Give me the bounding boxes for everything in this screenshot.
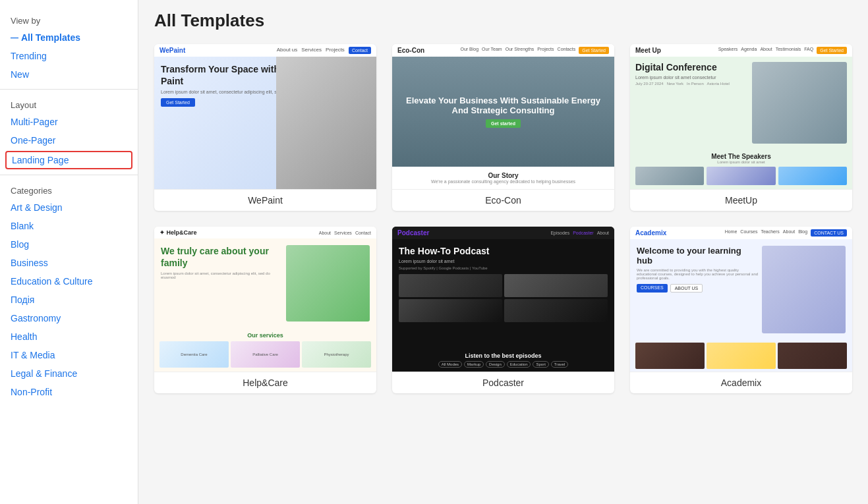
meet-info: July 20-27 2024 New York In Person Astor… — [635, 82, 748, 86]
pod-episodes: Listen to the best episodes All Modes Ma… — [392, 349, 614, 372]
sidebar-item-business[interactable]: Business — [0, 254, 138, 272]
academix-preview: Academix Home Courses Teachers About Blo… — [630, 227, 852, 372]
pod-nav: Episodes Podcaster About — [550, 231, 609, 235]
ac-image — [762, 246, 846, 333]
wepaint-cta: Get Started — [161, 98, 195, 107]
meetup-preview: Meet Up Speakers Agenda About Testimonia… — [630, 44, 852, 189]
pod-body: The How-To Podcast Lorem ipsum dolor sit… — [392, 239, 614, 349]
template-card-eco-con[interactable]: Eco-Con Our Blog Our Team Our Strengths … — [392, 44, 614, 211]
eco-logo: Eco-Con — [397, 47, 424, 54]
sidebar-item-label: Trending — [11, 51, 47, 61]
hc-services: Our services Dementia Care Palliative Ca… — [154, 328, 376, 372]
meet-speakers-title: Meet The Speakers — [635, 153, 847, 160]
academix-label: Academix — [630, 372, 852, 393]
sidebar-item-label: Blank — [11, 221, 34, 231]
sidebar-item-education-culture[interactable]: Education & Culture — [0, 272, 138, 291]
sidebar-item-gastronomy[interactable]: Gastronomy — [0, 309, 138, 327]
hc-headline: We truly care about your family — [161, 245, 281, 269]
ac-face-1 — [635, 343, 705, 369]
wepaint-logo: WePaint — [159, 47, 185, 54]
ac-contact-btn: CONTACT US — [811, 229, 847, 237]
eco-headline: Elevate Your Business With Sustainable E… — [399, 96, 608, 128]
meet-title: Digital Conference — [635, 62, 748, 72]
sidebar-item-label: One-Pager — [11, 135, 55, 146]
eco-header: Eco-Con Our Blog Our Team Our Strengths … — [392, 44, 614, 57]
speaker-face-1 — [635, 167, 704, 185]
meet-nav: Speakers Agenda About Testimonials FAQ G… — [718, 47, 847, 54]
sidebar-item-it-media[interactable]: IT & Media — [0, 346, 138, 364]
ac-text: Welcome to your learning hub We are comm… — [637, 246, 758, 333]
eco-story: Our Story — [397, 172, 609, 179]
podcaster-label: Podcaster — [392, 372, 614, 393]
wepaint-image — [276, 57, 376, 189]
eco-bottom: Our Story We're a passionate consulting … — [392, 167, 614, 189]
wepaint-nav: About us Services Projects Contact — [277, 47, 371, 54]
sidebar-item-label: Multi-Pager — [11, 117, 58, 127]
helpcare-preview: ✦ Help&Care About Services Contact We tr… — [154, 227, 376, 372]
hc-header: ✦ Help&Care About Services Contact — [154, 227, 376, 238]
sidebar-item-blog[interactable]: Blog — [0, 235, 138, 254]
meet-image — [752, 62, 847, 144]
pod-tag-0: All Modes — [438, 361, 462, 368]
ac-nav: Home Courses Teachers About Blog CONTACT… — [725, 229, 847, 237]
sidebar-item-label: All Templates — [21, 32, 80, 43]
template-card-helpcare[interactable]: ✦ Help&Care About Services Contact We tr… — [154, 227, 376, 393]
eco-cta: Get started — [486, 119, 521, 128]
eco-getstarted-btn: Get Started — [579, 47, 609, 54]
ac-action-buttons: COURSES ABOUT US — [637, 284, 758, 293]
hc-service-1: Dementia Care — [159, 341, 229, 368]
meetup-label: MeetUp — [630, 189, 852, 211]
hc-service-cards: Dementia Care Palliative Care Physiother… — [159, 341, 371, 368]
sidebar-item-podiya[interactable]: Подія — [0, 291, 138, 309]
hc-logo: ✦ Help&Care — [159, 229, 197, 236]
pod-support: Supported by Spotify | Google Podcasts |… — [399, 266, 608, 270]
sidebar-item-label: Landing Page — [12, 155, 69, 165]
sidebar-item-label: Education & Culture — [11, 276, 93, 287]
hc-body: We truly care about your family Lorem ip… — [154, 238, 376, 328]
sidebar-item-blank[interactable]: Blank — [0, 217, 138, 235]
wepaint-label: WePaint — [154, 189, 376, 211]
meet-speakers-sub: Lorem ipsum dolor sit amet — [635, 160, 847, 164]
hc-image — [286, 245, 370, 322]
podcaster-preview: Podcaster Episodes Podcaster About The H… — [392, 227, 614, 372]
sidebar-item-trending[interactable]: Trending — [0, 47, 138, 65]
view-by-label: View by — [0, 11, 138, 28]
template-card-academix[interactable]: Academix Home Courses Teachers About Blo… — [630, 227, 852, 393]
pod-img-3 — [399, 299, 502, 322]
template-card-meetup[interactable]: Meet Up Speakers Agenda About Testimonia… — [630, 44, 852, 211]
pod-img-4 — [504, 299, 608, 322]
meet-body: Digital Conference Lorem ipsum dolor sit… — [630, 57, 852, 149]
eco-con-label: Eco-Con — [392, 189, 614, 211]
sidebar-item-health[interactable]: Health — [0, 327, 138, 346]
wepaint-preview: WePaint About us Services Projects Conta… — [154, 44, 376, 189]
pod-sub: Lorem ipsum dolor sit amet — [399, 259, 608, 264]
template-card-podcaster[interactable]: Podcaster Episodes Podcaster About The H… — [392, 227, 614, 393]
meet-text: Digital Conference Lorem ipsum dolor sit… — [635, 62, 748, 144]
hc-para: Lorem ipsum dolor sit amet, consectetur … — [161, 271, 281, 279]
sidebar-item-label: New — [11, 69, 29, 80]
sidebar-item-one-pager[interactable]: One-Pager — [0, 131, 138, 150]
sidebar-item-label: IT & Media — [11, 350, 55, 360]
hc-text: We truly care about your family Lorem ip… — [161, 245, 281, 322]
eco-con-preview: Eco-Con Our Blog Our Team Our Strengths … — [392, 44, 614, 189]
meet-logo: Meet Up — [635, 47, 661, 54]
ac-courses-btn: COURSES — [637, 284, 668, 293]
wepaint-header: WePaint About us Services Projects Conta… — [154, 44, 376, 57]
sidebar-item-new[interactable]: New — [0, 65, 138, 84]
sidebar-item-multi-pager[interactable]: Multi-Pager — [0, 113, 138, 131]
sidebar-item-landing-page[interactable]: Landing Page — [5, 151, 132, 169]
sidebar-item-art-design[interactable]: Art & Design — [0, 198, 138, 217]
speaker-face-2 — [707, 167, 775, 185]
sidebar-item-all-templates[interactable]: All Templates — [0, 28, 138, 47]
eco-body: Elevate Your Business With Sustainable E… — [392, 57, 614, 167]
pod-tag-4: Sport — [533, 361, 548, 368]
template-card-wepaint[interactable]: WePaint About us Services Projects Conta… — [154, 44, 376, 211]
sidebar-item-label: Gastronomy — [11, 313, 61, 323]
sidebar-item-non-profit[interactable]: Non-Profit — [0, 383, 138, 401]
sidebar-item-legal-finance[interactable]: Legal & Finance — [0, 364, 138, 383]
pod-tag-3: Education — [507, 361, 531, 368]
pod-tag-1: Markup — [464, 361, 484, 368]
divider-1 — [0, 89, 138, 90]
pod-tag-2: Design — [486, 361, 505, 368]
categories-label: Categories — [0, 181, 138, 198]
